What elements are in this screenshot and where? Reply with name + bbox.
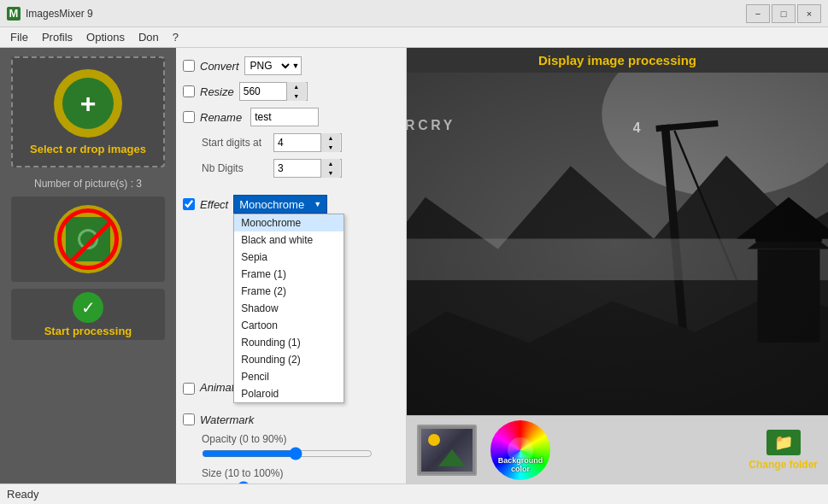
nb-digits-label: Nb Digits [183,162,268,174]
opacity1-label: Opacity (0 to 90%) [202,433,399,445]
maximize-button[interactable]: □ [772,4,796,23]
opacity1-slider[interactable] [202,447,373,460]
rename-checkbox[interactable] [183,111,195,123]
effect-option-cartoon[interactable]: Cartoon [234,317,344,334]
menu-file[interactable]: File [3,29,35,45]
animated-gif-checkbox[interactable] [183,383,195,395]
resize-up-btn[interactable]: ▲ [287,82,306,91]
no-line [68,220,113,265]
effect-option-sepia[interactable]: Sepia [234,249,344,266]
format-select-wrap: PNG JPG BMP TIFF GIF ▼ [244,56,302,75]
effect-option-shadow[interactable]: Shadow [234,300,344,317]
rename-label: Rename [200,111,242,124]
image-preview: FARCRY 4 [407,73,828,415]
drop-label: Select or drop images [30,143,146,155]
size-slider-row [202,481,399,483]
start-processing-button[interactable]: ✓ Start processing [11,289,165,340]
nb-digits-btns: ▲ ▼ [321,159,340,178]
nb-digits-input[interactable] [274,160,321,177]
drop-area[interactable]: + Select or drop images [11,56,165,167]
effect-option-frame2[interactable]: Frame (2) [234,283,344,300]
start-label: Start processing [44,325,132,337]
resize-row: Resize ▲ ▼ [183,80,399,103]
convert-checkbox[interactable] [183,60,195,72]
plus-icon: + [80,90,97,117]
effect-selected-text: Monochrome [239,198,304,211]
thumb-inner [421,429,473,472]
effect-checkbox[interactable] [183,198,195,210]
menu-options[interactable]: Options [79,29,132,45]
display-title: Display image processing [407,48,828,73]
watermark-label: Watermark [200,413,254,426]
effect-list: Monochrome Black and white Sepia Frame (… [233,214,344,403]
effect-option-bw[interactable]: Black and white [234,231,344,249]
effect-option-polaroid[interactable]: Polaroid [234,385,344,402]
nb-digits-spinner: ▲ ▼ [273,159,342,178]
size-label: Size (10 to 100%) [202,467,399,479]
no-symbol [57,208,119,270]
drop-circle-inner: + [62,78,114,129]
menu-help[interactable]: ? [166,29,185,45]
title-bar: M ImagesMixer 9 − □ × [0,0,828,27]
size-slider[interactable] [202,481,373,483]
bottom-panel: Background color 📁 Change folder [407,415,828,483]
effect-label: Effect [200,198,228,211]
menu-profils[interactable]: Profils [35,29,79,45]
opacity1-slider-row [202,447,399,460]
convert-label: Convert [200,60,239,73]
picture-count: Number of picture(s) : 3 [34,178,142,190]
convert-row: Convert PNG JPG BMP TIFF GIF ▼ [183,55,399,77]
status-bar: Ready [0,483,828,504]
thumb-sun [428,434,440,446]
effect-dropdown: Monochrome ▼ Monochrome Black and white … [233,195,327,214]
effect-option-monochrome[interactable]: Monochrome [234,214,344,231]
effect-option-pencil[interactable]: Pencil [234,368,344,385]
change-folder-icon: 📁 [766,430,801,455]
resize-input[interactable] [240,83,287,100]
start-digits-label: Start digits at [183,137,268,149]
nb-digits-down[interactable]: ▼ [321,168,340,178]
resize-label: Resize [200,85,234,98]
resize-down-btn[interactable]: ▼ [287,91,306,101]
close-button[interactable]: × [797,4,821,23]
color-wheel-button[interactable]: Background color [490,420,550,480]
effect-option-rounding1[interactable]: Rounding (1) [234,334,344,351]
background-color-label: Background color [490,456,550,473]
start-digits-input[interactable] [274,134,321,151]
start-digits-down[interactable]: ▼ [321,143,340,152]
size-container: Size (10 to 100%) [183,466,399,483]
change-folder-label: Change folder [749,459,818,471]
resize-checkbox[interactable] [183,85,195,97]
effect-selected[interactable]: Monochrome ▼ [233,195,327,214]
watermark-checkbox[interactable] [183,413,195,425]
start-digits-btns: ▲ ▼ [321,133,340,152]
rename-input[interactable] [250,108,319,126]
effect-option-rounding2[interactable]: Rounding (2) [234,351,344,368]
minimize-button[interactable]: − [746,4,770,23]
svg-text:M: M [9,7,19,20]
opacity1-container: Opacity (0 to 90%) [183,431,399,462]
start-digits-spinner: ▲ ▼ [273,133,342,152]
right-panel: Display image processing [407,48,828,483]
app-icon: M [7,7,21,21]
change-folder-button[interactable]: 📁 Change folder [749,430,818,471]
main-layout: + Select or drop images Number of pictur… [0,48,828,483]
menu-don[interactable]: Don [132,29,166,45]
status-text: Ready [7,488,39,501]
start-digits-up[interactable]: ▲ [321,133,340,143]
format-select[interactable]: PNG JPG BMP TIFF GIF [245,57,292,74]
menu-bar: File Profils Options Don ? [0,27,828,48]
start-digits-row: Start digits at ▲ ▼ [183,132,399,154]
effect-option-frame1[interactable]: Frame (1) [234,266,344,283]
middle-panel: Convert PNG JPG BMP TIFF GIF ▼ Resize ▲ [176,48,407,483]
chevron-down-icon: ▼ [314,200,321,208]
resize-spinner: ▲ ▼ [239,82,308,101]
preview-thumbnail [417,425,477,476]
svg-rect-18 [407,73,828,415]
watermark-row: Watermark [183,412,399,428]
no-camera-icon [54,205,122,273]
nb-digits-up[interactable]: ▲ [321,159,340,168]
window-controls: − □ × [746,4,821,23]
app-title: ImagesMixer 9 [26,8,746,20]
rename-row: Rename [183,106,399,128]
